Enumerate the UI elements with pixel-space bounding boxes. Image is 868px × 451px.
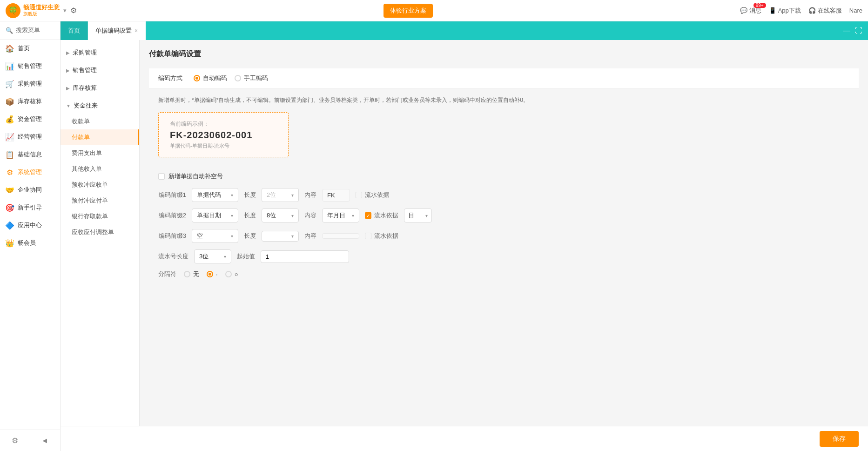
prefix2-content-arrow: ▾ xyxy=(352,213,354,218)
prefix2-length-select[interactable]: 8位 ▾ xyxy=(262,209,299,222)
prefix1-length-select[interactable]: 2位 ▾ xyxy=(262,188,299,202)
sep-none-option[interactable]: 无 xyxy=(184,270,199,278)
sep-circle-label: ○ xyxy=(235,271,238,278)
prefix1-select-arrow: ▾ xyxy=(231,193,233,198)
tab-close-icon[interactable]: × xyxy=(135,27,138,34)
guide-icon: 🎯 xyxy=(6,203,14,212)
serial-length-select[interactable]: 3位 ▾ xyxy=(194,249,231,263)
prefix3-label: 编码前缀3 xyxy=(158,232,186,240)
sub-group-capital-title[interactable]: ▼ 资金往来 xyxy=(61,98,139,114)
app-download-btn[interactable]: 📱 App下载 xyxy=(769,7,801,15)
sidebar-item-enterprise[interactable]: 🤝 企业协同 xyxy=(0,181,60,199)
info-text: 新增单据时，*单据编码*自动生成，不可编辑。前缀设置为部门、业务员等档案类，开单… xyxy=(158,96,849,105)
prefix3-length-select[interactable]: ▾ xyxy=(262,231,299,242)
sidebar-item-member[interactable]: 👑 畅会员 xyxy=(0,234,60,252)
auto-fill-checkbox[interactable] xyxy=(158,173,165,180)
start-value-input[interactable] xyxy=(261,250,349,263)
prefix1-waterflow-checkbox[interactable] xyxy=(356,192,362,198)
settings-bottom-icon[interactable]: ⚙ xyxy=(12,436,18,445)
sidebar-item-guide[interactable]: 🎯 新手引导 xyxy=(0,199,60,216)
sub-item-other-income[interactable]: 其他收入单 xyxy=(61,161,139,177)
sub-item-expense[interactable]: 费用支出单 xyxy=(61,145,139,161)
sep-none-radio[interactable] xyxy=(184,271,190,277)
prefix1-select-value: 单据代码 xyxy=(197,191,221,199)
separator-row: 分隔符 无 · ○ xyxy=(158,270,849,278)
tab-encoding-label: 单据编码设置 xyxy=(95,27,132,35)
prefix3-content-value xyxy=(322,233,359,239)
tab-home[interactable]: 首页 xyxy=(61,21,88,40)
preview-desc: 单据代码-单据日期-流水号 xyxy=(170,142,277,149)
form-row-prefix3: 编码前缀3 空 ▾ 长度 ▾ 内容 流水依据 xyxy=(158,229,849,243)
prefix3-waterflow-checkbox[interactable] xyxy=(365,233,371,239)
sep-dot-label: · xyxy=(216,271,218,278)
sidebar-item-system[interactable]: ⚙ 系统管理 xyxy=(0,163,60,181)
manual-encode-option[interactable]: 手工编码 xyxy=(235,74,268,82)
prefix3-content-label: 内容 xyxy=(304,232,316,240)
online-service-btn[interactable]: 🎧 在线客服 xyxy=(808,7,842,15)
sub-item-receipt[interactable]: 收款单 xyxy=(61,114,139,129)
dropdown-arrow-icon[interactable]: ▾ xyxy=(63,7,67,14)
message-btn[interactable]: 💬 消息 99+ xyxy=(740,7,761,15)
sub-item-bank[interactable]: 银行存取款单 xyxy=(61,209,139,224)
auto-encode-radio[interactable] xyxy=(194,75,200,81)
sub-group-purchase: ▶ 采购管理 xyxy=(61,45,139,61)
save-button[interactable]: 保存 xyxy=(820,431,859,447)
trial-button[interactable]: 体验行业方案 xyxy=(384,4,433,18)
sidebar-item-operations[interactable]: 📈 经营管理 xyxy=(0,128,60,146)
sidebar-item-home[interactable]: 🏠 首页 xyxy=(0,40,60,57)
encoding-method-label: 编码方式 xyxy=(158,74,182,82)
collapse-icon[interactable]: ◄ xyxy=(41,437,48,445)
sidebar-item-inventory[interactable]: 📦 库存核算 xyxy=(0,93,60,110)
prefix2-waterflow-checkbox[interactable]: ✓ xyxy=(365,212,371,219)
sidebar-item-finance[interactable]: 💰 资金管理 xyxy=(0,110,60,128)
sub-group-inventory-title[interactable]: ▶ 库存核算 xyxy=(61,80,139,96)
sub-group-sales-title[interactable]: ▶ 销售管理 xyxy=(61,62,139,78)
prefix2-content-value: 年月日 xyxy=(327,211,345,220)
sub-item-adjustment[interactable]: 应收应付调整单 xyxy=(61,224,139,240)
sidebar-item-basics[interactable]: 📋 基础信息 xyxy=(0,146,60,163)
prefix3-length-label: 长度 xyxy=(244,232,256,240)
sub-group-capital-label: 资金往来 xyxy=(74,101,98,110)
sub-group-purchase-title[interactable]: ▶ 采购管理 xyxy=(61,45,139,61)
sep-dot-radio[interactable] xyxy=(207,271,213,277)
prefix3-select-value: 空 xyxy=(197,232,203,240)
search-menu[interactable]: 🔍 搜索菜单 xyxy=(0,21,60,40)
sidebar-bottom: ⚙ ◄ xyxy=(0,430,60,451)
sep-circle-option[interactable]: ○ xyxy=(225,271,238,278)
sidebar-item-purchase[interactable]: 🛒 采购管理 xyxy=(0,75,60,93)
capital-arrow-icon: ▼ xyxy=(66,103,71,108)
prefix2-length-label: 长度 xyxy=(244,211,256,220)
sidebar-label-purchase: 采购管理 xyxy=(18,80,42,88)
sub-item-prepay-receivable[interactable]: 预收冲应收单 xyxy=(61,177,139,193)
sidebar-item-sales[interactable]: 📊 销售管理 xyxy=(0,57,60,75)
sidebar-label-appcenter: 应用中心 xyxy=(18,221,42,229)
prefix2-content-label: 内容 xyxy=(304,211,316,220)
sub-item-prepay-payable[interactable]: 预付冲应付单 xyxy=(61,193,139,209)
sub-item-payment[interactable]: 付款单 xyxy=(61,129,139,145)
prefix2-content-select[interactable]: 年月日 ▾ xyxy=(322,209,359,222)
sidebar-label-operations: 经营管理 xyxy=(18,133,42,141)
user-name[interactable]: Nare xyxy=(849,7,862,14)
form-section: 编码前缀1 单据代码 ▾ 长度 2位 ▾ 内容 FK 流水依据 xyxy=(149,188,859,278)
prefix2-select-arrow: ▾ xyxy=(231,213,233,218)
sidebar-item-appcenter[interactable]: 🔷 应用中心 xyxy=(0,216,60,234)
bottom-bar: 保存 xyxy=(61,426,868,451)
operations-icon: 📈 xyxy=(6,133,14,141)
manual-encode-radio[interactable] xyxy=(235,75,241,81)
sub-group-purchase-label: 采购管理 xyxy=(73,48,97,57)
prefix2-select[interactable]: 单据日期 ▾ xyxy=(192,209,238,222)
tab-minimize-icon[interactable]: — xyxy=(843,27,850,35)
sep-circle-radio[interactable] xyxy=(225,271,232,277)
tab-maximize-icon[interactable]: ⛶ xyxy=(855,27,862,35)
auto-encode-option[interactable]: 自动编码 xyxy=(194,74,227,82)
settings-icon[interactable]: ⚙ xyxy=(70,6,77,15)
sales-icon: 📊 xyxy=(6,62,14,70)
prefix2-day-select[interactable]: 日 ▾ xyxy=(404,209,432,222)
sidebar-label-enterprise: 企业协同 xyxy=(18,186,42,194)
separator-label: 分隔符 xyxy=(158,270,176,278)
prefix1-select[interactable]: 单据代码 ▾ xyxy=(192,188,238,202)
prefix1-length-arrow: ▾ xyxy=(291,193,294,198)
prefix3-select[interactable]: 空 ▾ xyxy=(192,229,238,243)
sep-dot-option[interactable]: · xyxy=(207,271,218,278)
tab-encoding-settings[interactable]: 单据编码设置 × xyxy=(88,21,146,40)
